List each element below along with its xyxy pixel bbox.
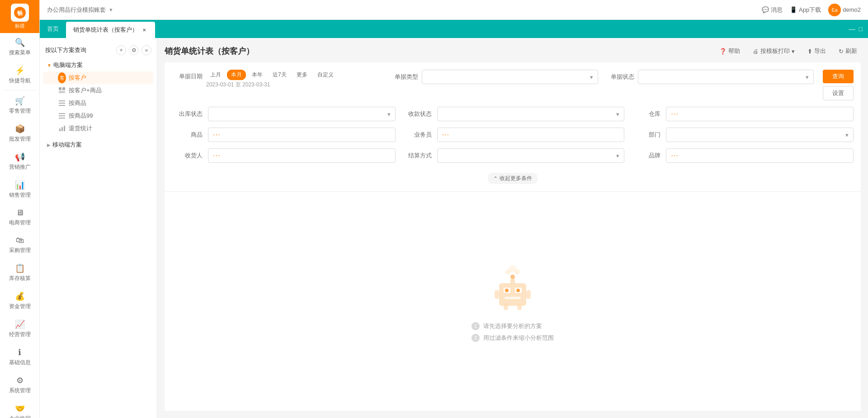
- marketing-icon: 📢: [15, 152, 25, 162]
- sidebar-item-enterprise[interactable]: 🤝 企业协同: [0, 399, 39, 418]
- template-print-button[interactable]: 🖨 按模板打印 ▾: [749, 45, 798, 57]
- help-button[interactable]: ❓ 帮助: [716, 45, 744, 57]
- tree-mobile-parent[interactable]: ▶ 移动端方案: [43, 138, 153, 151]
- right-content: 销货单统计表（按客户） ❓ 帮助 🖨 按模板打印 ▾ ⬆ 导出: [157, 38, 868, 418]
- sidebar-item-sales[interactable]: 📊 销售管理: [0, 176, 39, 204]
- query-button[interactable]: 查询: [823, 70, 854, 83]
- app-download-icon: 📱: [790, 6, 797, 13]
- tree-item-return-stat[interactable]: 退货统计: [43, 122, 153, 135]
- warehouse-dots: ···: [671, 110, 678, 118]
- page-actions: ❓ 帮助 🖨 按模板打印 ▾ ⬆ 导出 ↻ 刷新: [716, 45, 861, 57]
- sidebar-item-system-label: 系统管理: [9, 387, 31, 394]
- warehouse-input[interactable]: ···: [666, 107, 854, 121]
- window-maximize-icon[interactable]: □: [859, 25, 863, 33]
- message-label: 消息: [771, 6, 783, 14]
- out-status-input[interactable]: ▾: [208, 107, 396, 121]
- doc-status-input[interactable]: ▾: [638, 70, 814, 84]
- panel-collapse-button[interactable]: «: [142, 45, 151, 55]
- tree-desktop-label: 电脑端方案: [53, 61, 83, 69]
- settlement-input[interactable]: ▾: [437, 148, 625, 163]
- svg-rect-6: [59, 100, 65, 101]
- header-right: 💬 消息 📱 App下载 Ea demo2: [762, 4, 861, 16]
- sidebar-item-wholesale[interactable]: 📦 批发管理: [0, 119, 39, 147]
- sidebar-item-basic[interactable]: ℹ 基础信息: [0, 343, 39, 371]
- export-label: 导出: [814, 47, 826, 55]
- salesperson-input[interactable]: ···: [437, 128, 625, 142]
- filter-row-3: 商品 ··· 业务员 ··· 部门 ▾: [172, 128, 854, 142]
- basic-icon: ℹ: [18, 347, 21, 357]
- export-button[interactable]: ⬆ 导出: [804, 45, 830, 57]
- wholesale-icon: 📦: [15, 124, 25, 134]
- dept-label: 部门: [630, 131, 660, 139]
- date-buttons: 上月 本月 本年 近7天 更多 自定义: [206, 70, 382, 80]
- brand-dots: ···: [671, 152, 678, 160]
- sidebar-item-system[interactable]: ⚙ 系统管理: [0, 371, 39, 399]
- settlement-arrow-icon: ▾: [616, 152, 619, 159]
- sidebar-item-inventory[interactable]: 📋 库存核算: [0, 259, 39, 287]
- page-content: 按以下方案查询 + ⚙ « ▼ 电脑端方案 客 按客户: [40, 38, 868, 418]
- filter-area: 单据日期 上月 本月 本年 近7天 更多 自定义 2023-03-01 至 20…: [165, 62, 861, 191]
- industry-arrow-icon[interactable]: ▾: [109, 6, 113, 13]
- tree-item-by-product[interactable]: 按商品: [43, 97, 153, 109]
- tree-item-return-stat-label: 退货统计: [69, 124, 92, 133]
- template-print-arrow-icon: ▾: [792, 48, 795, 55]
- sidebar-item-sales-label: 销售管理: [9, 191, 31, 199]
- refresh-button[interactable]: ↻ 刷新: [835, 45, 861, 57]
- settings-button[interactable]: 设置: [823, 86, 854, 100]
- date-btn-this-year[interactable]: 本年: [248, 70, 267, 80]
- date-btn-last-month[interactable]: 上月: [206, 70, 225, 80]
- user-area[interactable]: Ea demo2: [828, 4, 861, 16]
- date-range: 2023-03-01 至 2023-03-31: [206, 81, 382, 89]
- sidebar-divider-1: [4, 90, 36, 90]
- tree-item-customer-product[interactable]: 按客户+商品: [43, 84, 153, 97]
- sidebar-item-search[interactable]: 🔍 搜索菜单: [0, 33, 39, 61]
- operation-icon: 📈: [15, 319, 25, 329]
- brand-input[interactable]: ···: [666, 148, 854, 163]
- window-minimize-icon[interactable]: —: [849, 25, 855, 33]
- doc-type-input[interactable]: ▾: [422, 70, 598, 84]
- date-filter: 上月 本月 本年 近7天 更多 自定义 2023-03-01 至 2023-03…: [206, 70, 382, 89]
- date-btn-this-month[interactable]: 本月: [227, 70, 246, 80]
- date-btn-more[interactable]: 更多: [292, 70, 311, 80]
- tree-expand-icon: ▼: [47, 63, 52, 68]
- tab-close-icon[interactable]: ✕: [141, 26, 148, 33]
- svg-rect-20: [505, 297, 521, 299]
- receiver-input[interactable]: ···: [208, 148, 396, 163]
- svg-rect-24: [526, 290, 531, 299]
- tab-sales-stat[interactable]: 销货单统计表（按客户） ✕: [66, 22, 155, 38]
- sidebar-item-marketing[interactable]: 📢 营销推广: [0, 147, 39, 176]
- tree-mobile-expand-icon: ▶: [47, 142, 51, 147]
- sidebar-item-ecommerce-label: 电商管理: [9, 219, 31, 227]
- svg-rect-21: [510, 279, 515, 284]
- tree-item-product-99[interactable]: 按商品99: [43, 109, 153, 122]
- date-btn-custom[interactable]: 自定义: [313, 70, 338, 80]
- logo-area[interactable]: 畅 标搭: [0, 0, 39, 33]
- svg-rect-14: [64, 126, 65, 131]
- date-btn-7days[interactable]: 近7天: [269, 70, 291, 80]
- svg-point-22: [510, 275, 515, 279]
- message-button[interactable]: 💬 消息: [762, 6, 783, 14]
- tree-item-by-customer[interactable]: 客 按客户: [43, 71, 153, 84]
- sidebar-item-purchase[interactable]: 🛍 采购管理: [0, 231, 39, 259]
- panel-settings-button[interactable]: ⚙: [129, 45, 139, 55]
- svg-rect-8: [59, 105, 65, 106]
- collapse-button[interactable]: ⌃ 收起更多条件: [488, 173, 538, 184]
- quick-nav-icon: ⚡: [15, 66, 25, 76]
- panel-add-button[interactable]: +: [116, 45, 126, 55]
- sidebar-item-search-label: 搜索菜单: [9, 49, 31, 57]
- sidebar-item-finance[interactable]: 💰 资金管理: [0, 287, 39, 315]
- tab-home[interactable]: 首页: [40, 20, 66, 38]
- tree-desktop-parent[interactable]: ▼ 电脑端方案: [43, 59, 153, 71]
- sidebar-item-quick-nav[interactable]: ⚡ 快捷导航: [0, 61, 39, 89]
- sidebar-item-ecommerce[interactable]: 🖥 电商管理: [0, 204, 39, 231]
- app-download-button[interactable]: 📱 App下载: [790, 6, 821, 14]
- page-title: 销货单统计表（按客户）: [165, 46, 254, 57]
- industry-label: 办公用品行业模拟账套: [47, 6, 106, 14]
- out-status-label: 出库状态: [172, 110, 203, 118]
- dept-input[interactable]: ▾: [666, 128, 854, 142]
- product-input[interactable]: ···: [208, 128, 396, 142]
- pay-status-input[interactable]: ▾: [437, 107, 625, 121]
- sidebar-item-retail[interactable]: 🛒 零售管理: [0, 91, 39, 119]
- sidebar-item-operation[interactable]: 📈 经营管理: [0, 315, 39, 343]
- retail-icon: 🛒: [15, 96, 25, 106]
